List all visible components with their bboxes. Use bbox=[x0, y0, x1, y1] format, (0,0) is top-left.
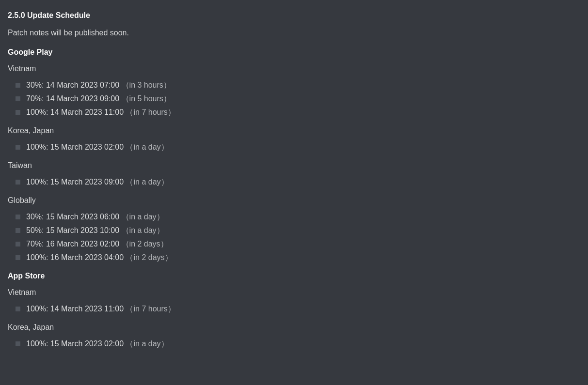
region-0-1: Korea, Japan100%: 15 March 2023 02:00 （i… bbox=[8, 125, 580, 154]
patch-notes: Patch notes will be published soon. bbox=[8, 27, 580, 39]
time-relative: （in 2 days） bbox=[126, 253, 172, 262]
bullet-icon bbox=[16, 242, 20, 246]
schedule-item: 100%: 14 March 2023 11:00 （in 7 hours） bbox=[8, 106, 580, 119]
region-0-2: Taiwan100%: 15 March 2023 09:00 （in a da… bbox=[8, 160, 580, 189]
time-relative: （in a day） bbox=[126, 178, 168, 186]
schedule-item: 30%: 14 March 2023 07:00 （in 3 hours） bbox=[8, 78, 580, 92]
time-relative: （in a day） bbox=[122, 226, 164, 234]
time-relative: （in 3 hours） bbox=[122, 81, 171, 89]
time-relative: （in 5 hours） bbox=[122, 94, 171, 103]
schedule-list-1-1: 100%: 15 March 2023 02:00 （in a day） bbox=[8, 337, 580, 351]
schedule-item: 100%: 14 March 2023 11:00 （in 7 hours） bbox=[8, 302, 580, 316]
region-title-0-0: Vietnam bbox=[8, 63, 580, 75]
schedule-text: 100%: 15 March 2023 09:00 （in a day） bbox=[26, 176, 169, 188]
schedule-item: 100%: 16 March 2023 04:00 （in 2 days） bbox=[8, 251, 580, 264]
schedule-text: 100%: 15 March 2023 02:00 （in a day） bbox=[26, 338, 169, 350]
bullet-icon bbox=[16, 307, 20, 311]
region-0-3: Globally30%: 15 March 2023 06:00 （in a d… bbox=[8, 195, 580, 264]
bullet-icon bbox=[16, 180, 20, 185]
schedule-item: 100%: 15 March 2023 09:00 （in a day） bbox=[8, 175, 580, 189]
schedule-item: 50%: 15 March 2023 10:00 （in a day） bbox=[8, 224, 580, 237]
schedule-list-0-0: 30%: 14 March 2023 07:00 （in 3 hours）70%… bbox=[8, 78, 580, 119]
time-relative: （in 2 days） bbox=[122, 240, 168, 248]
schedule-item: 100%: 15 March 2023 02:00 （in a day） bbox=[8, 140, 580, 154]
schedule-text: 70%: 14 March 2023 09:00 （in 5 hours） bbox=[26, 93, 171, 105]
schedule-list-0-3: 30%: 15 March 2023 06:00 （in a day）50%: … bbox=[8, 210, 580, 264]
region-1-1: Korea, Japan100%: 15 March 2023 02:00 （i… bbox=[8, 322, 580, 351]
time-relative: （in a day） bbox=[126, 339, 168, 348]
time-relative: （in 7 hours） bbox=[126, 108, 175, 116]
platform-1: App StoreVietnam100%: 14 March 2023 11:0… bbox=[8, 270, 580, 351]
time-relative: （in a day） bbox=[126, 143, 168, 151]
bullet-icon bbox=[16, 96, 20, 101]
schedule-list-1-0: 100%: 14 March 2023 11:00 （in 7 hours） bbox=[8, 302, 580, 316]
region-title-0-3: Globally bbox=[8, 195, 580, 206]
time-relative: （in 7 hours） bbox=[126, 305, 175, 313]
bullet-icon bbox=[16, 228, 20, 233]
region-1-0: Vietnam100%: 14 March 2023 11:00 （in 7 h… bbox=[8, 287, 580, 316]
bullet-icon bbox=[16, 215, 20, 219]
schedule-item: 30%: 15 March 2023 06:00 （in a day） bbox=[8, 210, 580, 224]
region-0-0: Vietnam30%: 14 March 2023 07:00 （in 3 ho… bbox=[8, 63, 580, 119]
schedule-item: 100%: 15 March 2023 02:00 （in a day） bbox=[8, 337, 580, 351]
schedule-text: 100%: 14 March 2023 11:00 （in 7 hours） bbox=[26, 107, 175, 118]
platform-title-0: Google Play bbox=[8, 46, 580, 58]
schedule-text: 100%: 15 March 2023 02:00 （in a day） bbox=[26, 141, 169, 153]
platforms-container: Google PlayVietnam30%: 14 March 2023 07:… bbox=[8, 46, 580, 351]
region-title-0-2: Taiwan bbox=[8, 160, 580, 171]
schedule-item: 70%: 14 March 2023 09:00 （in 5 hours） bbox=[8, 92, 580, 106]
bullet-icon bbox=[16, 83, 20, 88]
bullet-icon bbox=[16, 255, 20, 260]
platform-title-1: App Store bbox=[8, 270, 580, 282]
time-relative: （in a day） bbox=[122, 213, 164, 221]
region-title-1-0: Vietnam bbox=[8, 287, 580, 298]
bullet-icon bbox=[16, 110, 20, 115]
schedule-text: 30%: 14 March 2023 07:00 （in 3 hours） bbox=[26, 79, 171, 91]
region-title-0-1: Korea, Japan bbox=[8, 125, 580, 137]
schedule-text: 100%: 14 March 2023 11:00 （in 7 hours） bbox=[26, 303, 175, 315]
schedule-list-0-2: 100%: 15 March 2023 09:00 （in a day） bbox=[8, 175, 580, 189]
schedule-text: 30%: 15 March 2023 06:00 （in a day） bbox=[26, 211, 164, 223]
schedule-text: 50%: 15 March 2023 10:00 （in a day） bbox=[26, 225, 164, 236]
bullet-icon bbox=[16, 145, 20, 150]
page-title: 2.5.0 Update Schedule bbox=[8, 10, 580, 21]
platform-0: Google PlayVietnam30%: 14 March 2023 07:… bbox=[8, 46, 580, 264]
page-container: 2.5.0 Update Schedule Patch notes will b… bbox=[8, 10, 580, 351]
schedule-item: 70%: 16 March 2023 02:00 （in 2 days） bbox=[8, 237, 580, 251]
schedule-text: 100%: 16 March 2023 04:00 （in 2 days） bbox=[26, 252, 173, 263]
schedule-list-0-1: 100%: 15 March 2023 02:00 （in a day） bbox=[8, 140, 580, 154]
bullet-icon bbox=[16, 341, 20, 346]
region-title-1-1: Korea, Japan bbox=[8, 322, 580, 333]
schedule-text: 70%: 16 March 2023 02:00 （in 2 days） bbox=[26, 238, 168, 250]
